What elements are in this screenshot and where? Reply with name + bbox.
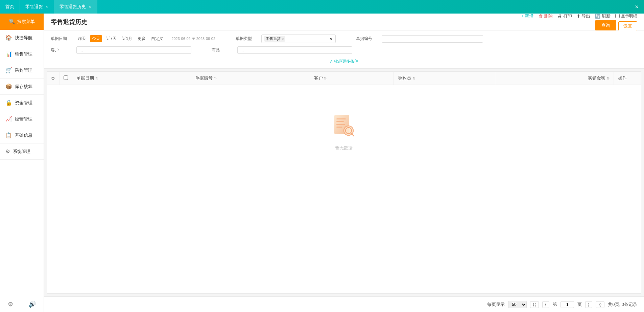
type-filter-tag-close[interactable]: × [282,37,284,41]
delete-button[interactable]: 🗑 删除 [539,14,553,19]
sidebar-nav: 🏠 快捷导航 📊 销售管理 🛒 采购管理 📦 库存核算 🔒 资金管理 📈 [0,30,44,296]
inventory-icon: 📦 [5,83,12,90]
sidebar-item-operations[interactable]: 📈 经营管理 [0,111,44,127]
page-unit-label: 页 [577,302,582,308]
basic-info-icon: 📋 [5,132,12,138]
page-number-input[interactable] [560,301,574,308]
col-customer[interactable]: 客户 ⇅ [310,72,393,85]
print-button[interactable]: 🖨 打印 [557,14,572,19]
sidebar-item-inventory-label: 库存核算 [15,84,32,90]
tab-home[interactable]: 首页 [0,0,20,14]
goods-filter-ellipsis: ... [240,48,244,52]
window-close-button[interactable]: × [629,3,644,10]
table-settings-icon[interactable]: ⚙ [51,76,55,81]
type-filter-select[interactable]: 零售退货 × ∨ [261,35,336,43]
table-body: 暂无数据 [47,85,641,178]
date-btn-1month[interactable]: 近1月 [121,35,134,42]
col-customer-sort: ⇅ [324,76,327,80]
date-btn-more[interactable]: 更多 [136,35,147,42]
date-filter-label: 单据日期 [51,36,70,42]
sidebar-item-basic-info[interactable]: 📋 基础信息 [0,127,44,143]
type-filter-dropdown-icon: ∨ [330,37,333,41]
select-all-checkbox[interactable] [64,75,68,80]
pagination-bar: 每页显示 50 10 20 100 ⟨⟨ ⟨ 第 页 ⟩ ⟩⟩ 共0页, 0条记… [44,296,644,312]
date-btn-yesterday[interactable]: 昨天 [76,35,87,42]
header-action-group: + 新增 🗑 删除 🖨 打印 ⬆ 导出 🔄 刷新 显示明细 查询 设置 [521,14,637,31]
date-btn-custom[interactable]: 自定义 [150,35,165,42]
first-page-button[interactable]: ⟨⟨ [530,301,539,308]
sidebar-search-label: 搜索菜单 [17,19,35,25]
col-date-label: 单据日期 [76,75,94,81]
sidebar-search[interactable]: 🔍 搜索菜单 [0,14,44,30]
date-btn-today[interactable]: 今天 [90,35,102,42]
new-button[interactable]: + 新增 [521,14,533,19]
svg-rect-3 [336,124,345,125]
sidebar: 🔍 搜索菜单 🏠 快捷导航 📊 销售管理 🛒 采购管理 📦 库存核算 🔒 [0,14,44,312]
page-label: 第 [553,302,557,308]
goods-filter-select[interactable]: ... [237,46,352,54]
table-settings-col[interactable]: ⚙ [47,72,59,85]
col-date[interactable]: 单据日期 ⇅ [72,72,191,85]
setting-button[interactable]: 设置 [618,21,637,31]
empty-state-cell: 暂无数据 [47,85,641,178]
col-guide[interactable]: 导购员 ⇅ [393,72,495,85]
sidebar-item-quick-nav[interactable]: 🏠 快捷导航 [0,30,44,46]
sidebar-item-finance-label: 资金管理 [15,100,32,106]
goods-filter-label: 商品 [212,47,231,53]
table-header-row: ⚙ 单据日期 ⇅ 单据编号 ⇅ [47,72,641,85]
tab-home-label: 首页 [5,4,14,10]
sidebar-item-sales-label: 销售管理 [15,51,32,57]
collapse-row[interactable]: ∧ 收起更多条件 [51,57,637,67]
show-detail-checkbox[interactable]: 显示明细 [615,14,637,19]
svg-rect-2 [336,121,344,122]
date-btn-7days[interactable]: 近7天 [105,35,118,42]
query-button[interactable]: 查询 [595,20,616,31]
settings-bottom-icon[interactable]: ⚙ [8,300,13,308]
data-table: ⚙ 单据日期 ⇅ 单据编号 ⇅ [47,72,641,178]
refresh-button[interactable]: 🔄 刷新 [595,14,611,19]
type-filter-tag-value: 零售退货 [266,36,281,41]
tab-retail-return-history[interactable]: 零售退货历史 × [54,0,97,14]
tab-retail-return-history-close[interactable]: × [88,4,91,9]
col-number[interactable]: 单据编号 ⇅ [191,72,310,85]
col-amount-label: 实销金额 [588,75,605,81]
content-area: 零售退货历史 + 新增 🗑 删除 🖨 打印 ⬆ 导出 🔄 刷新 显示明细 查询 … [44,14,644,312]
col-amount-sort: ⇅ [607,76,610,80]
sidebar-item-system-mgmt[interactable]: ⚙ 系统管理 [0,143,44,160]
next-page-button[interactable]: ⟩ [585,301,592,308]
tab-retail-return-history-label: 零售退货历史 [59,4,86,10]
main-layout: 🔍 搜索菜单 🏠 快捷导航 📊 销售管理 🛒 采购管理 📦 库存核算 🔒 [0,14,644,312]
page-title: 零售退货历史 [51,18,87,26]
per-page-select[interactable]: 50 10 20 100 [508,301,527,308]
tab-retail-return-close[interactable]: × [45,4,48,9]
sidebar-item-purchase-mgmt[interactable]: 🛒 采购管理 [0,62,44,79]
sidebar-item-inventory[interactable]: 📦 库存核算 [0,79,44,95]
customer-filter-ellipsis: ... [79,48,83,52]
col-guide-label: 导购员 [398,75,411,81]
last-page-button[interactable]: ⟩⟩ [596,301,604,308]
customer-filter-select[interactable]: ... [76,46,191,54]
number-filter-input[interactable] [382,35,483,43]
table-container: ⚙ 单据日期 ⇅ 单据编号 ⇅ [47,71,641,294]
tab-retail-return[interactable]: 零售退货 × [20,0,54,14]
export-button[interactable]: ⬆ 导出 [577,14,591,19]
empty-state-row: 暂无数据 [47,85,641,178]
page-header: 零售退货历史 + 新增 🗑 删除 🖨 打印 ⬆ 导出 🔄 刷新 显示明细 查询 … [44,14,644,30]
col-amount[interactable]: 实销金额 ⇅ [495,72,614,85]
date-range-value: 2023-06-02 至 2023-06-02 [171,36,215,41]
system-icon: ⚙ [5,148,10,155]
filter-row-customer: 客户 ... 商品 ... [51,46,637,54]
show-detail-input[interactable] [615,14,620,18]
prev-page-button[interactable]: ⟨ [542,301,549,308]
collapse-button[interactable]: ∧ 收起更多条件 [330,59,358,64]
type-filter-label: 单据类型 [236,36,255,42]
filter-area: 单据日期 昨天 今天 近7天 近1月 更多 自定义 2023-06-02 至 2… [44,30,644,69]
table-checkbox-col[interactable] [59,72,72,85]
sidebar-item-finance[interactable]: 🔒 资金管理 [0,95,44,111]
header-btns-row: + 新增 🗑 删除 🖨 打印 ⬆ 导出 🔄 刷新 显示明细 [521,14,637,19]
svg-rect-1 [336,118,346,119]
sidebar-item-sales-mgmt[interactable]: 📊 销售管理 [0,46,44,62]
audio-icon[interactable]: 🔊 [28,300,36,308]
sidebar-item-system-label: 系统管理 [13,149,30,155]
tab-bar: 首页 零售退货 × 零售退货历史 × [0,0,629,14]
